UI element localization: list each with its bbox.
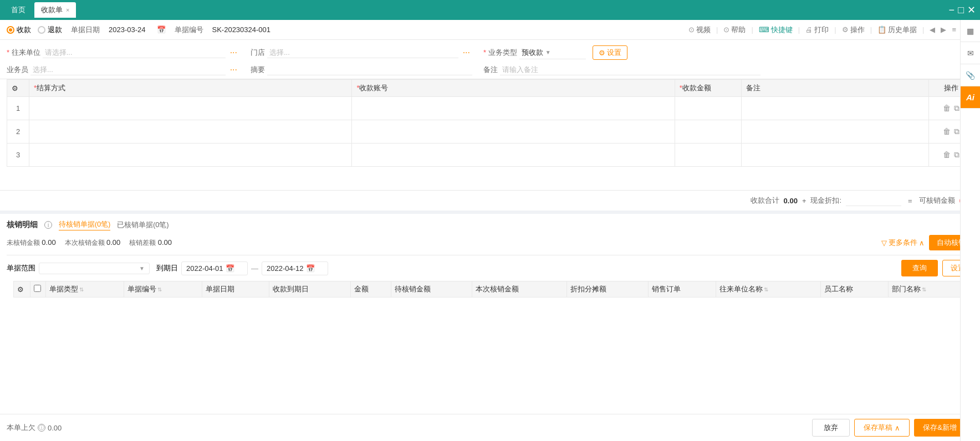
toolbar-help-label: 帮助 xyxy=(731,25,746,35)
window-close-icon[interactable]: ✕ xyxy=(967,5,976,15)
store-input[interactable] xyxy=(267,47,458,58)
top-navigation: 首页 收款单 × − □ ✕ xyxy=(0,0,980,20)
query-button[interactable]: 查询 xyxy=(901,260,938,276)
calendar-from-icon: 📅 xyxy=(226,264,234,273)
row-3-copy-icon[interactable]: ⧉ xyxy=(954,150,959,160)
bth-pending-amount: 待核销金额 xyxy=(391,281,472,298)
stat-verify-diff: 核销差额 0.00 xyxy=(129,238,172,248)
stat-current-verify: 本次核销金额 0.00 xyxy=(65,238,121,248)
nav-prev-icon[interactable]: ◀ xyxy=(930,25,935,34)
date-from-input[interactable]: 2022-04-01 📅 xyxy=(181,261,248,275)
row-3-remark[interactable] xyxy=(741,143,928,167)
row-2-copy-icon[interactable]: ⧉ xyxy=(954,127,959,136)
date-to-input[interactable]: 2022-04-12 📅 xyxy=(262,261,328,275)
abandon-button[interactable]: 放弃 xyxy=(812,419,850,437)
row-1-account[interactable] xyxy=(352,97,675,120)
summary-input[interactable] xyxy=(267,64,472,75)
remark-input[interactable] xyxy=(500,64,760,75)
toolbar-print[interactable]: 🖨 打印 xyxy=(805,25,829,35)
bth-checkbox[interactable] xyxy=(30,281,46,298)
date-dash: — xyxy=(251,264,258,273)
sidebar-ai-icon[interactable]: Ai xyxy=(961,86,980,109)
row-1-amount[interactable] xyxy=(675,97,741,120)
verify-section: 核销明细 i 待核销单据(0笔) 已核销单据(0笔) 未核销金额 0.00 本次… xyxy=(0,211,980,298)
row-2-account[interactable] xyxy=(352,120,675,143)
row-1-delete-icon[interactable]: 🗑 xyxy=(943,104,951,113)
toolbar-shortcut[interactable]: ⌨ 快捷键 xyxy=(759,25,793,35)
sidebar-email-icon[interactable]: ✉ xyxy=(961,42,980,64)
more-conditions-label: 更多条件 xyxy=(889,238,917,248)
home-tab[interactable]: 首页 xyxy=(4,0,32,20)
radio-income-label: 收款 xyxy=(17,25,31,35)
range-select[interactable]: ▼ xyxy=(39,263,150,274)
toolbar-help[interactable]: ⊙ 帮助 xyxy=(723,25,746,35)
bth-doc-no: 单据编号⇅ xyxy=(124,281,202,298)
row-2-remark[interactable] xyxy=(741,120,928,143)
sidebar-table-icon[interactable]: ▦ xyxy=(961,20,980,42)
table-gear-header[interactable]: ⚙ xyxy=(7,80,29,97)
form-section: 往来单位 ··· 门店 ··· 业务类型 预收款 ▼ ⚙ 设置 xyxy=(0,40,980,79)
window-controls: − □ ✕ xyxy=(949,5,976,15)
business-type-value: 预收款 xyxy=(522,48,543,58)
nav-next-icon[interactable]: ▶ xyxy=(941,25,946,34)
store-field: 门店 ··· xyxy=(251,47,472,58)
row-3-account[interactable] xyxy=(352,143,675,167)
row-2-amount[interactable] xyxy=(675,120,741,143)
done-tab[interactable]: 已核销单据(0笔) xyxy=(117,220,169,230)
date-from-value: 2022-04-01 xyxy=(186,264,223,273)
form-settings-button[interactable]: ⚙ 设置 xyxy=(593,45,627,60)
radio-refund[interactable]: 退款 xyxy=(38,25,62,35)
counterparty-ellipsis[interactable]: ··· xyxy=(228,48,239,58)
row-2-delete-icon[interactable]: 🗑 xyxy=(943,127,951,136)
footer-right: 放弃 保存草稿 ∧ 保存&新增 ∧ xyxy=(812,419,973,437)
verify-info-icon[interactable]: i xyxy=(44,221,52,229)
remark-label: 备注 xyxy=(483,65,498,75)
select-all-checkbox[interactable] xyxy=(34,285,41,292)
equals-sign: = xyxy=(908,197,912,205)
right-sidebar: ▦ ✉ 📎 Ai xyxy=(960,20,980,441)
print-icon: 🖨 xyxy=(805,25,813,34)
date-filter-field: 到期日 2022-04-01 📅 — 2022-04-12 📅 xyxy=(156,261,328,275)
nav-menu-icon[interactable]: ≡ xyxy=(952,25,956,34)
business-type-label: 业务类型 xyxy=(483,48,517,58)
discount-input[interactable] xyxy=(846,195,901,206)
row-3-settlement[interactable] xyxy=(29,143,352,167)
row-3-delete-icon[interactable]: 🗑 xyxy=(943,150,951,160)
date-picker-icon[interactable]: 📅 xyxy=(157,25,166,34)
row-2-settlement[interactable] xyxy=(29,120,352,143)
calendar-to-icon: 📅 xyxy=(306,264,315,273)
toolbar-history[interactable]: 📋 历史单据 xyxy=(877,25,917,35)
save-draft-button[interactable]: 保存草稿 ∧ xyxy=(854,419,910,437)
toolbar-operation[interactable]: ⚙ 操作 xyxy=(842,25,865,35)
toolbar-operation-label: 操作 xyxy=(850,25,865,35)
discount-label: 现金折扣: xyxy=(810,196,841,206)
row-3-amount[interactable] xyxy=(675,143,741,167)
row-1-remark[interactable] xyxy=(741,97,928,120)
home-tab-label: 首页 xyxy=(11,5,25,15)
page-footer: 本单上欠 ⓘ 0.00 放弃 保存草稿 ∧ 保存&新增 ∧ xyxy=(0,414,980,441)
tab-close-icon[interactable]: × xyxy=(66,7,69,13)
pending-tab[interactable]: 待核销单据(0笔) xyxy=(59,219,110,230)
window-min-icon[interactable]: − xyxy=(949,5,955,15)
footer-left: 本单上欠 ⓘ 0.00 xyxy=(7,423,62,433)
operation-icon: ⚙ xyxy=(842,25,849,34)
total-value: 0.00 xyxy=(784,197,798,205)
window-max-icon[interactable]: □ xyxy=(958,5,964,15)
counterparty-input[interactable] xyxy=(43,47,226,58)
more-conditions-btn[interactable]: ▽ 更多条件 ∧ xyxy=(881,238,925,248)
salesperson-ellipsis[interactable]: ··· xyxy=(228,65,239,75)
current-tab[interactable]: 收款单 × xyxy=(34,2,76,18)
business-type-select[interactable]: 预收款 ▼ xyxy=(519,47,586,59)
row-1-settlement[interactable] xyxy=(29,97,352,120)
store-ellipsis[interactable]: ··· xyxy=(461,48,472,58)
row-1-copy-icon[interactable]: ⧉ xyxy=(954,104,959,113)
sidebar-clip-icon[interactable]: 📎 xyxy=(961,64,980,86)
date-label: 单据日期 xyxy=(71,25,100,35)
total-label: 收款合计 xyxy=(751,196,779,206)
bth-counterparty: 往来单位名称⇅ xyxy=(716,281,821,298)
toolbar-video[interactable]: ⊙ 视频 xyxy=(688,25,711,35)
footer-info-icon[interactable]: ⓘ xyxy=(38,424,45,432)
radio-income[interactable]: 收款 xyxy=(7,25,31,35)
bth-gear[interactable]: ⚙ xyxy=(14,281,30,298)
salesperson-input[interactable] xyxy=(30,64,226,75)
